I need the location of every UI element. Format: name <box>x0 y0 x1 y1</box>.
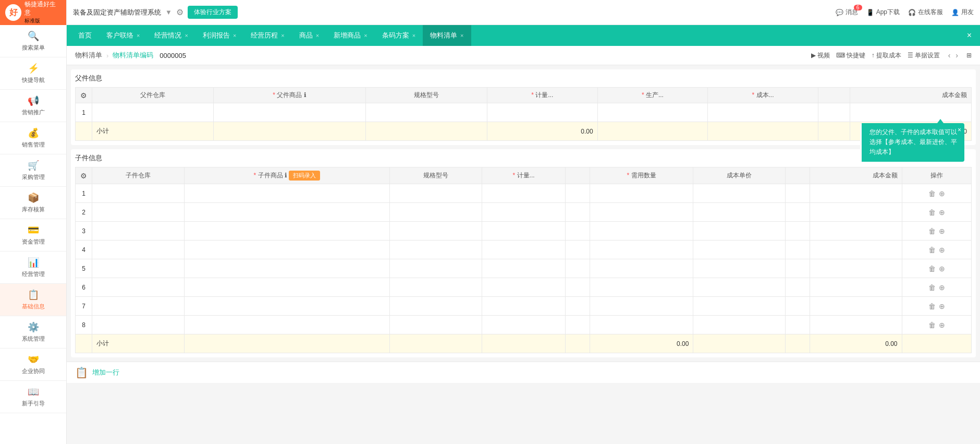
child-row-goods[interactable] <box>184 203 389 222</box>
child-row-qty[interactable] <box>590 297 693 316</box>
sidebar-item-system[interactable]: ⚙️ 系统管理 <box>0 316 66 349</box>
delete-row-btn[interactable]: 🗑 <box>928 246 936 254</box>
child-row-warehouse[interactable] <box>92 222 185 241</box>
child-row-unit[interactable] <box>482 297 566 316</box>
child-row-warehouse[interactable] <box>92 297 185 316</box>
sidebar-item-sales[interactable]: 💰 销售管理 <box>0 122 66 154</box>
settings-icon[interactable]: ⚙ <box>176 7 183 17</box>
parent-row-cost[interactable] <box>708 103 818 122</box>
child-row-warehouse[interactable] <box>92 241 185 259</box>
sidebar-item-finance[interactable]: 💳 资金管理 <box>0 219 66 251</box>
parent-row-spec[interactable] <box>365 103 487 122</box>
tab-new-goods[interactable]: 新增商品 × <box>326 25 374 46</box>
parent-row-warehouse[interactable] <box>92 103 214 122</box>
child-row-goods[interactable] <box>184 278 389 297</box>
tab-goods-close[interactable]: × <box>316 32 319 39</box>
copy-row-btn[interactable]: ⊕ <box>939 227 945 235</box>
arrow-left-btn[interactable]: ‹ <box>946 50 953 61</box>
delete-row-btn[interactable]: 🗑 <box>928 265 936 273</box>
child-row-unit[interactable] <box>482 184 566 203</box>
grid-icon[interactable]: ⊞ <box>966 52 972 59</box>
tab-operations-close[interactable]: × <box>185 32 188 39</box>
delete-row-btn[interactable]: 🗑 <box>928 227 936 235</box>
child-row-unit-cost[interactable] <box>693 203 786 222</box>
action-single-settings[interactable]: ☰ 单据设置 <box>908 51 940 60</box>
copy-row-btn[interactable]: ⊕ <box>939 265 945 273</box>
action-shortcut[interactable]: ⌨ 快捷键 <box>836 51 865 60</box>
child-row-unit-cost[interactable] <box>693 278 786 297</box>
tab-operations[interactable]: 经营情况 × <box>147 25 195 46</box>
tab-bom[interactable]: 物料清单 × <box>423 25 471 46</box>
child-row-unit[interactable] <box>482 241 566 259</box>
delete-row-btn[interactable]: 🗑 <box>928 302 936 310</box>
tab-new-goods-close[interactable]: × <box>364 32 367 39</box>
parent-row-goods[interactable] <box>214 103 366 122</box>
child-row-warehouse[interactable] <box>92 184 185 203</box>
child-row-qty[interactable] <box>590 222 693 241</box>
child-row-qty[interactable] <box>590 278 693 297</box>
delete-row-btn[interactable]: 🗑 <box>928 189 936 198</box>
child-row-spec[interactable] <box>389 222 482 241</box>
action-view[interactable]: ▶ 视频 <box>811 51 830 60</box>
tab-customer[interactable]: 客户联络 × <box>99 25 147 46</box>
child-row-goods[interactable] <box>184 184 389 203</box>
tab-history[interactable]: 经营历程 × <box>243 25 291 46</box>
breadcrumb-bom[interactable]: 物料清单 <box>75 51 102 60</box>
child-row-qty[interactable] <box>590 241 693 259</box>
add-row-label[interactable]: 增加一行 <box>92 368 119 377</box>
delete-row-btn[interactable]: 🗑 <box>928 283 936 292</box>
child-row-spec[interactable] <box>389 184 482 203</box>
tab-customer-close[interactable]: × <box>137 32 140 39</box>
child-col-settings[interactable]: ⚙ <box>76 167 92 184</box>
child-row-spec[interactable] <box>389 203 482 222</box>
child-row-unit-cost[interactable] <box>693 184 786 203</box>
sidebar-item-marketing[interactable]: 📢 营销推广 <box>0 90 66 122</box>
tab-home[interactable]: 首页 <box>71 25 99 46</box>
sidebar-item-guide[interactable]: 📖 新手引导 <box>0 381 66 413</box>
child-row-spec[interactable] <box>389 241 482 259</box>
sidebar-item-search[interactable]: 🔍 搜索菜单 <box>0 25 66 57</box>
child-row-goods[interactable] <box>184 222 389 241</box>
tooltip-close-btn[interactable]: × <box>958 125 961 135</box>
close-all-tabs[interactable]: × <box>963 31 976 40</box>
child-row-spec[interactable] <box>389 297 482 316</box>
child-row-goods[interactable] <box>184 316 389 334</box>
delete-row-btn[interactable]: 🗑 <box>928 321 936 329</box>
child-row-qty[interactable] <box>590 316 693 334</box>
tab-goods[interactable]: 商品 × <box>292 25 326 46</box>
parent-col-settings[interactable]: ⚙ <box>76 88 92 103</box>
child-row-unit-cost[interactable] <box>693 259 786 278</box>
tab-profit[interactable]: 利润报告 × <box>195 25 243 46</box>
child-row-warehouse[interactable] <box>92 316 185 334</box>
copy-row-btn[interactable]: ⊕ <box>939 283 945 292</box>
child-row-unit-cost[interactable] <box>693 222 786 241</box>
child-row-unit-cost[interactable] <box>693 241 786 259</box>
user-group[interactable]: 👤 用友 <box>951 8 974 17</box>
sidebar-item-quicknav[interactable]: ⚡ 快捷导航 <box>0 57 66 90</box>
child-row-warehouse[interactable] <box>92 278 185 297</box>
child-row-unit[interactable] <box>482 316 566 334</box>
sidebar-item-purchase[interactable]: 🛒 采购管理 <box>0 154 66 187</box>
child-row-goods[interactable] <box>184 297 389 316</box>
child-row-qty[interactable] <box>590 203 693 222</box>
copy-row-btn[interactable]: ⊕ <box>939 189 945 198</box>
child-row-spec[interactable] <box>389 278 482 297</box>
parent-row-unit[interactable] <box>487 103 597 122</box>
child-row-unit[interactable] <box>482 259 566 278</box>
child-row-unit[interactable] <box>482 222 566 241</box>
tab-bom-close[interactable]: × <box>460 32 463 39</box>
add-row-icon[interactable]: 📋 <box>75 366 88 379</box>
child-row-warehouse[interactable] <box>92 203 185 222</box>
sidebar-item-operations[interactable]: 📊 经营管理 <box>0 251 66 284</box>
copy-row-btn[interactable]: ⊕ <box>939 208 945 217</box>
expand-icon[interactable]: ▼ <box>165 8 172 16</box>
child-row-spec[interactable] <box>389 316 482 334</box>
child-row-goods[interactable] <box>184 259 389 278</box>
copy-row-btn[interactable]: ⊕ <box>939 302 945 310</box>
copy-row-btn[interactable]: ⊕ <box>939 246 945 254</box>
app-download-group[interactable]: 📱 App下载 <box>866 8 900 17</box>
child-row-unit-cost[interactable] <box>693 297 786 316</box>
delete-row-btn[interactable]: 🗑 <box>928 208 936 217</box>
child-row-spec[interactable] <box>389 259 482 278</box>
parent-row-produce[interactable] <box>597 103 708 122</box>
